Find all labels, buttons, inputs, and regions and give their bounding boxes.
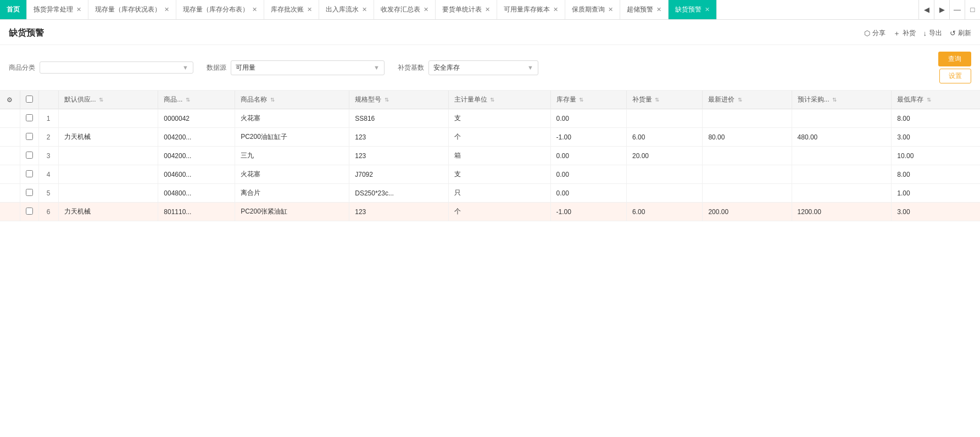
row-min-stock-2: 10.00 [892,147,980,165]
replenish-base-select[interactable]: 安全库存 ▼ [428,60,538,75]
row-product-code-0: 0000042 [158,109,235,128]
tab-expiry-query-close[interactable]: ✕ [608,6,613,13]
row-checkbox-cell[interactable] [20,109,38,128]
row-default-supplier-3 [58,165,158,184]
tab-batch-account-close[interactable]: ✕ [307,6,312,13]
table-container: ⚙ 默认供应... ⇅ 商品... ⇅ [0,91,980,221]
select-all-checkbox[interactable] [26,96,33,103]
th-stock[interactable]: 库存量 ⇅ [550,91,626,109]
row-checkbox-5[interactable] [26,208,33,215]
row-checkbox-4[interactable] [26,189,33,196]
category-select[interactable]: ▼ [40,61,193,74]
th-product-name-label: 商品名称 [241,96,267,103]
tab-maximize-button[interactable]: □ [965,0,980,20]
table-row: 4 004600... 火花塞 J7092 支 0.00 8.00 [0,165,980,184]
tab-collect-summary[interactable]: 收发存汇总表 ✕ [374,0,436,19]
th-checkbox[interactable] [20,91,38,109]
th-replenish-qty[interactable]: 补货量 ⇅ [626,91,702,109]
row-num-5: 6 [38,203,58,221]
th-product-code[interactable]: 商品... ⇅ [158,91,235,109]
th-latest-price[interactable]: 最新进价 ⇅ [703,91,792,109]
refresh-button[interactable]: ↺ 刷新 [950,29,971,38]
tab-exception[interactable]: 拣货异常处理 ✕ [27,0,88,19]
tab-exception-label: 拣货异常处理 [34,5,73,14]
tab-inventory-status[interactable]: 现存量（库存状况表） ✕ [88,0,176,19]
sort-estimated-purchase-icon: ⇅ [832,97,837,103]
tab-exception-close[interactable]: ✕ [76,6,81,13]
tab-inventory-status-close[interactable]: ✕ [164,6,169,13]
sort-latest-price-icon: ⇅ [738,97,742,103]
tab-batch-account[interactable]: 库存批次账 ✕ [264,0,319,19]
th-default-supplier[interactable]: 默认供应... ⇅ [58,91,158,109]
tab-inventory-dist-close[interactable]: ✕ [252,6,257,13]
row-spec-2: 123 [349,147,449,165]
row-latest-price-0 [703,109,792,128]
datasource-select[interactable]: 可用量 ▼ [231,60,385,75]
tab-prev-button[interactable]: ◀ [918,0,934,20]
row-checkbox-cell[interactable] [20,203,38,221]
chevron-down-icon: ▼ [182,64,188,71]
tab-minimize-button[interactable]: — [949,0,965,20]
tab-shortage[interactable]: 缺货预警 ✕ [669,0,717,19]
th-gear[interactable]: ⚙ [0,91,20,109]
row-checkbox-cell[interactable] [20,184,38,203]
th-estimated-purchase[interactable]: 预计采购... ⇅ [792,91,892,109]
tab-collect-summary-close[interactable]: ✕ [424,6,428,13]
tab-requisition-stats-label: 要货单统计表 [442,5,482,14]
query-button[interactable]: 查询 [938,52,971,66]
export-button[interactable]: ↓ 导出 [923,29,943,38]
row-estimated-purchase-2 [792,147,892,165]
th-spec[interactable]: 规格型号 ⇅ [349,91,449,109]
tab-available-ledger[interactable]: 可用量库存账本 ✕ [497,0,565,19]
share-button[interactable]: ⬡ 分享 [864,29,886,38]
tab-inout-flow-close[interactable]: ✕ [362,6,367,13]
th-unit[interactable]: 主计量单位 ⇅ [448,91,550,109]
table-row: 3 004200... 三九 123 箱 0.00 20.00 10.00 [0,147,980,165]
th-spec-label: 规格型号 [355,96,381,103]
row-product-code-3: 004600... [158,165,235,184]
sort-default-supplier-icon: ⇅ [99,97,103,103]
page-header: 缺货预警 ⬡ 分享 ＋ 补货 ↓ 导出 ↺ 刷新 [0,20,980,45]
row-min-stock-1: 3.00 [892,128,980,147]
tab-available-ledger-close[interactable]: ✕ [553,6,558,13]
row-num-1: 2 [38,128,58,147]
gear-icon: ⚙ [7,96,13,104]
tab-overstock[interactable]: 超储预警 ✕ [620,0,669,19]
th-product-name[interactable]: 商品名称 ⇅ [235,91,349,109]
row-checkbox-cell[interactable] [20,128,38,147]
tab-overstock-label: 超储预警 [627,5,653,14]
row-unit-3: 支 [448,165,550,184]
row-checkbox-2[interactable] [26,152,33,159]
sort-product-code-icon: ⇅ [186,97,190,103]
th-replenish-qty-label: 补货量 [632,96,652,103]
row-stock-1: -1.00 [550,128,626,147]
tab-expiry-query[interactable]: 保质期查询 ✕ [565,0,620,19]
row-checkbox-cell[interactable] [20,147,38,165]
th-min-stock[interactable]: 最低库存 ⇅ [892,91,980,109]
settings-button[interactable]: 设置 [939,69,971,83]
row-default-supplier-0 [58,109,158,128]
row-product-code-1: 004200... [158,128,235,147]
row-product-name-5: PC200张紧油缸 [235,203,349,221]
tab-home-label: 首页 [7,5,20,14]
row-checkbox-3[interactable] [26,170,33,177]
tab-overstock-close[interactable]: ✕ [656,6,661,13]
replenish-button[interactable]: ＋ 补货 [893,29,916,38]
row-checkbox-1[interactable] [26,133,33,140]
th-latest-price-label: 最新进价 [708,96,734,103]
row-min-stock-0: 8.00 [892,109,980,128]
tab-requisition-stats-close[interactable]: ✕ [485,6,490,13]
replenish-base-chevron-down-icon: ▼ [527,64,533,71]
tab-inout-flow[interactable]: 出入库流水 ✕ [319,0,374,19]
datasource-filter-group: 数据源 可用量 ▼ [207,60,385,75]
tab-requisition-stats[interactable]: 要货单统计表 ✕ [436,0,497,19]
tab-shortage-close[interactable]: ✕ [705,6,710,13]
row-checkbox-0[interactable] [26,114,33,121]
tab-next-button[interactable]: ▶ [934,0,949,20]
sort-min-stock-icon: ⇅ [927,97,931,103]
tab-inventory-dist[interactable]: 现存量（库存分布表） ✕ [176,0,264,19]
tab-home[interactable]: 首页 [0,0,27,19]
th-num [38,91,58,109]
row-checkbox-cell[interactable] [20,165,38,184]
row-latest-price-1: 80.00 [703,128,792,147]
